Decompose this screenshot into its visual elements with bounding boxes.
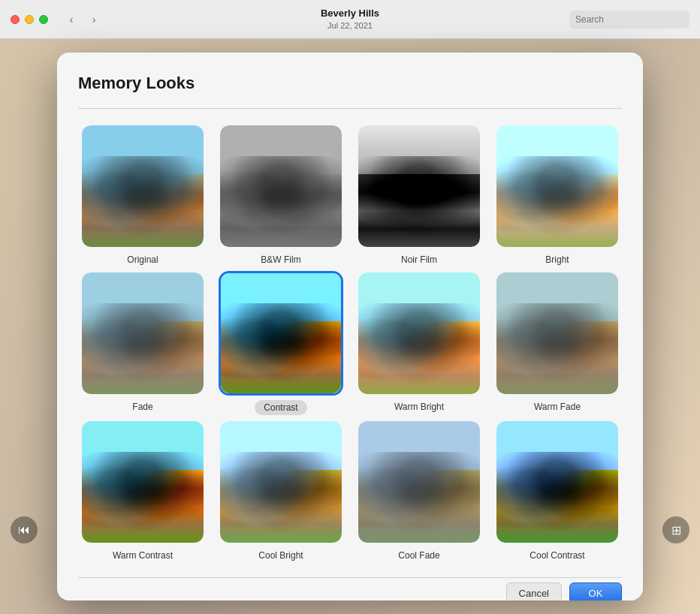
- photo-thumb-contrast: [221, 273, 341, 393]
- photo-thumb-cool-bright: [220, 421, 342, 543]
- look-label-cool-contrast: Cool Contrast: [530, 549, 584, 562]
- look-image-warm-contrast: [80, 420, 205, 544]
- look-image-fade: [80, 271, 205, 396]
- photo-thumb-cool-contrast: [496, 421, 618, 543]
- look-item-cool-fade[interactable]: Cool Fade: [355, 420, 484, 562]
- looks-grid: Original B&W Film Noir Film: [78, 124, 622, 562]
- look-image-warm-fade: [495, 271, 620, 396]
- look-label-warm-fade: Warm Fade: [534, 400, 581, 414]
- look-item-cool-contrast[interactable]: Cool Contrast: [493, 420, 622, 562]
- window-subtitle: Jul 22, 2021: [321, 20, 379, 31]
- look-image-contrast: [219, 271, 343, 396]
- close-button[interactable]: [11, 15, 20, 24]
- photo-thumb-cool-fade: [358, 421, 480, 543]
- look-label-noir-film: Noir Film: [401, 253, 437, 266]
- look-label-bright: Bright: [545, 253, 569, 266]
- look-image-bw-film: [219, 124, 343, 248]
- look-label-cool-bright: Cool Bright: [258, 549, 303, 562]
- title-divider: [78, 108, 622, 109]
- look-label-warm-bright: Warm Bright: [394, 400, 444, 414]
- look-image-warm-bright: [357, 271, 481, 396]
- look-item-bright[interactable]: Bright: [493, 124, 622, 266]
- photo-thumb-bw: [220, 125, 342, 247]
- look-item-fade[interactable]: Fade: [78, 271, 207, 415]
- look-image-cool-bright: [219, 420, 343, 544]
- modal-footer: Cancel OK: [78, 577, 622, 600]
- look-item-warm-fade[interactable]: Warm Fade: [493, 271, 622, 415]
- dialog-title: Memory Looks: [78, 74, 622, 93]
- nav-buttons: ‹ ›: [63, 11, 102, 28]
- back-button[interactable]: ‹: [63, 11, 80, 28]
- look-image-bright: [495, 124, 620, 248]
- look-item-cool-bright[interactable]: Cool Bright: [216, 420, 345, 562]
- look-item-original[interactable]: Original: [78, 124, 207, 266]
- photo-thumb-bright: [496, 125, 618, 247]
- search-input[interactable]: [569, 11, 689, 29]
- look-label-contrast: Contrast: [255, 400, 306, 415]
- look-item-noir-film[interactable]: Noir Film: [355, 124, 484, 266]
- photo-thumb-warm-contrast: [82, 421, 204, 543]
- look-item-warm-contrast[interactable]: Warm Contrast: [78, 420, 207, 562]
- look-label-bw-film: B&W Film: [261, 253, 300, 266]
- toolbar-right: [569, 11, 689, 29]
- traffic-lights: [11, 15, 48, 24]
- cancel-button[interactable]: Cancel: [506, 582, 562, 600]
- modal-overlay: Memory Looks Original B&W Film: [0, 39, 700, 614]
- window-chrome: ‹ › Beverly Hills Jul 22, 2021: [0, 0, 700, 39]
- maximize-button[interactable]: [39, 15, 48, 24]
- photo-thumb-noir: [358, 125, 480, 247]
- photo-thumb-warm-fade: [496, 272, 618, 394]
- look-item-warm-bright[interactable]: Warm Bright: [355, 271, 484, 415]
- window-title-area: Beverly Hills Jul 22, 2021: [321, 8, 379, 31]
- window-title: Beverly Hills: [321, 8, 379, 20]
- look-item-bw-film[interactable]: B&W Film: [216, 124, 345, 266]
- ok-button[interactable]: OK: [569, 582, 622, 600]
- memory-looks-dialog: Memory Looks Original B&W Film: [57, 53, 643, 600]
- look-image-cool-fade: [357, 420, 481, 544]
- look-image-original: [80, 124, 205, 248]
- look-label-original: Original: [127, 253, 158, 266]
- photo-thumb-original: [82, 125, 204, 247]
- photo-thumb-warm-bright: [358, 272, 480, 394]
- look-item-contrast[interactable]: Contrast: [216, 271, 345, 415]
- look-label-warm-contrast: Warm Contrast: [113, 549, 173, 562]
- look-image-noir-film: [357, 124, 481, 248]
- forward-button[interactable]: ›: [86, 11, 102, 28]
- minimize-button[interactable]: [25, 15, 34, 24]
- look-label-cool-fade: Cool Fade: [398, 549, 439, 562]
- photo-thumb-fade: [82, 272, 204, 394]
- look-label-fade: Fade: [132, 400, 152, 414]
- look-image-cool-contrast: [495, 420, 620, 544]
